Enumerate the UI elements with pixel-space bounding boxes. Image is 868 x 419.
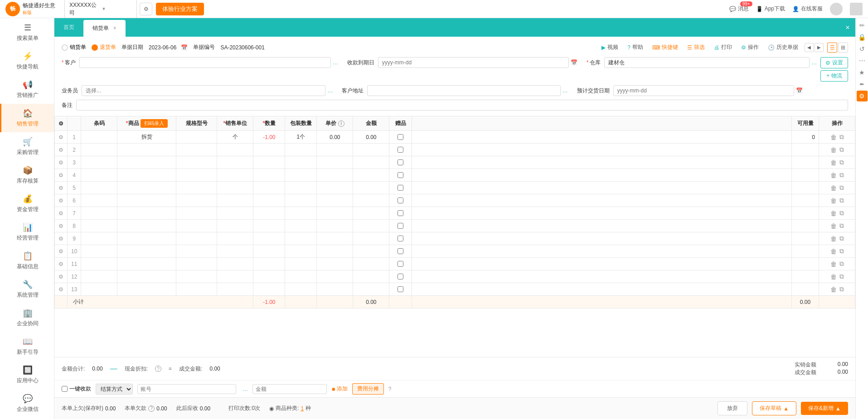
cell-qty-7[interactable] <box>253 207 285 220</box>
cell-desc-9[interactable] <box>412 232 792 245</box>
nav-next[interactable]: ▶ <box>815 43 824 52</box>
account-dots-btn[interactable]: … <box>242 386 248 392</box>
cell-qty-13[interactable] <box>253 283 285 296</box>
gift-checkbox-10[interactable] <box>398 248 403 254</box>
delete-icon-4[interactable]: 🗑 <box>830 172 837 179</box>
sidebar-item-wechat[interactable]: 💬 企业微信 <box>0 389 54 418</box>
copy-icon-9[interactable]: ⧉ <box>839 235 844 242</box>
cell-price-4[interactable] <box>317 169 353 182</box>
sidebar-item-system[interactable]: 🔧 系统管理 <box>0 275 54 303</box>
cell-desc-3[interactable] <box>412 156 792 169</box>
row-settings-icon[interactable]: ⚙ <box>58 197 63 204</box>
row-settings-icon[interactable]: ⚙ <box>58 248 63 255</box>
gift-checkbox-7[interactable] <box>398 210 403 216</box>
cell-amount-7[interactable] <box>353 207 389 220</box>
cell-barcode-11[interactable] <box>81 258 117 270</box>
discount-info-icon[interactable]: ? <box>155 366 161 372</box>
online-service-button[interactable]: 👤 在线客服 <box>792 5 823 13</box>
copy-icon-6[interactable]: ⧉ <box>839 197 844 204</box>
cell-spec-2[interactable] <box>176 144 217 156</box>
cell-product-9[interactable] <box>117 232 176 245</box>
cell-pack-qty-8[interactable] <box>285 220 317 232</box>
operation-btn[interactable]: ⚙ 操作 <box>738 42 761 53</box>
right-panel-refresh-icon[interactable]: ↺ <box>857 43 868 54</box>
cell-desc-4[interactable] <box>412 169 792 182</box>
customer-addr-input[interactable] <box>367 85 560 96</box>
video-btn[interactable]: ▶ 视频 <box>599 42 621 53</box>
sidebar-item-business[interactable]: 📊 经营管理 <box>0 218 54 246</box>
cell-gift-4[interactable] <box>389 169 412 182</box>
cell-unit-10[interactable] <box>217 245 253 258</box>
cell-barcode-9[interactable] <box>81 232 117 245</box>
cell-product-4[interactable] <box>117 169 176 182</box>
cell-barcode-12[interactable] <box>81 270 117 283</box>
cell-pack-qty-5[interactable] <box>285 182 317 194</box>
cell-spec-9[interactable] <box>176 232 217 245</box>
cell-amount-11[interactable] <box>353 258 389 270</box>
copy-icon-1[interactable]: ⧉ <box>839 133 844 141</box>
cell-desc-8[interactable] <box>412 220 792 232</box>
cell-price-5[interactable] <box>317 182 353 194</box>
row-settings-icon[interactable]: ⚙ <box>58 159 63 166</box>
sidebar-item-quick-nav[interactable]: ⚡ 快捷导航 <box>0 47 54 75</box>
experience-button[interactable]: 体验行业方案 <box>156 3 204 15</box>
delete-icon-5[interactable]: 🗑 <box>830 184 837 192</box>
company-selector[interactable]: XXXXXX公司 ▼ <box>64 0 137 19</box>
copy-icon-12[interactable]: ⧉ <box>839 273 844 280</box>
copy-icon-5[interactable]: ⧉ <box>839 184 844 192</box>
history-btn[interactable]: 🕒 历史单据 <box>765 42 801 53</box>
cell-product-8[interactable] <box>117 220 176 232</box>
shortcut-btn[interactable]: ⌨ 快捷键 <box>650 42 681 53</box>
cell-gift-1[interactable] <box>389 131 412 144</box>
cell-pack-qty-12[interactable] <box>285 270 317 283</box>
cell-gift-12[interactable] <box>389 270 412 283</box>
cell-pack-qty-4[interactable] <box>285 169 317 182</box>
cell-price-7[interactable] <box>317 207 353 220</box>
cell-amount-4[interactable] <box>353 169 389 182</box>
help-btn[interactable]: ? 帮助 <box>625 42 646 53</box>
cell-pack-qty-6[interactable] <box>285 194 317 207</box>
save-draft-button[interactable]: 保存草稿 ▲ <box>752 401 796 415</box>
salesperson-input[interactable] <box>82 85 325 96</box>
cell-desc-12[interactable] <box>412 270 792 283</box>
cell-desc-10[interactable] <box>412 245 792 258</box>
cell-desc-7[interactable] <box>412 207 792 220</box>
cell-barcode-7[interactable] <box>81 207 117 220</box>
cell-spec-6[interactable] <box>176 194 217 207</box>
tab-sales-order[interactable]: 销货单 × <box>83 20 126 37</box>
sidebar-item-enterprise[interactable]: 🏢 企业协同 <box>0 303 54 332</box>
cell-desc-2[interactable] <box>412 144 792 156</box>
gift-checkbox-11[interactable] <box>398 261 403 267</box>
cell-gift-9[interactable] <box>389 232 412 245</box>
cell-amount-12[interactable] <box>353 270 389 283</box>
cell-pack-qty-10[interactable] <box>285 245 317 258</box>
cell-qty-10[interactable] <box>253 245 285 258</box>
right-panel-pen-icon[interactable]: ✒ <box>857 79 868 90</box>
delete-icon-9[interactable]: 🗑 <box>830 235 837 242</box>
cell-desc-1[interactable] <box>412 131 792 144</box>
cell-gift-7[interactable] <box>389 207 412 220</box>
tab-close-icon[interactable]: × <box>113 25 116 31</box>
row-settings-icon[interactable]: ⚙ <box>58 236 63 242</box>
right-panel-more-icon[interactable]: ⋯ <box>857 55 868 66</box>
cell-gift-5[interactable] <box>389 182 412 194</box>
cell-product-11[interactable] <box>117 258 176 270</box>
delete-icon-11[interactable]: 🗑 <box>830 260 837 268</box>
payment-method-select[interactable]: 结算方式 <box>96 384 133 395</box>
row-settings-icon[interactable]: ⚙ <box>58 210 63 217</box>
cell-gift-8[interactable] <box>389 220 412 232</box>
discard-button[interactable]: 放弃 <box>718 401 747 415</box>
warehouse-input[interactable] <box>604 57 810 68</box>
gift-checkbox-1[interactable] <box>398 134 403 140</box>
cell-price-11[interactable] <box>317 258 353 270</box>
nav-prev[interactable]: ◀ <box>805 43 814 52</box>
sidebar-item-finance[interactable]: 💰 资金管理 <box>0 189 54 218</box>
cell-qty-5[interactable] <box>253 182 285 194</box>
row-settings-icon[interactable]: ⚙ <box>58 286 63 293</box>
sidebar-item-app-center[interactable]: 🔲 应用中心 <box>0 361 54 389</box>
message-button[interactable]: 💬 消息 99+ <box>729 5 749 13</box>
filter-btn[interactable]: ☰ 筛选 <box>684 42 708 53</box>
delete-icon-8[interactable]: 🗑 <box>830 222 837 230</box>
cell-gift-2[interactable] <box>389 144 412 156</box>
cell-unit-9[interactable] <box>217 232 253 245</box>
